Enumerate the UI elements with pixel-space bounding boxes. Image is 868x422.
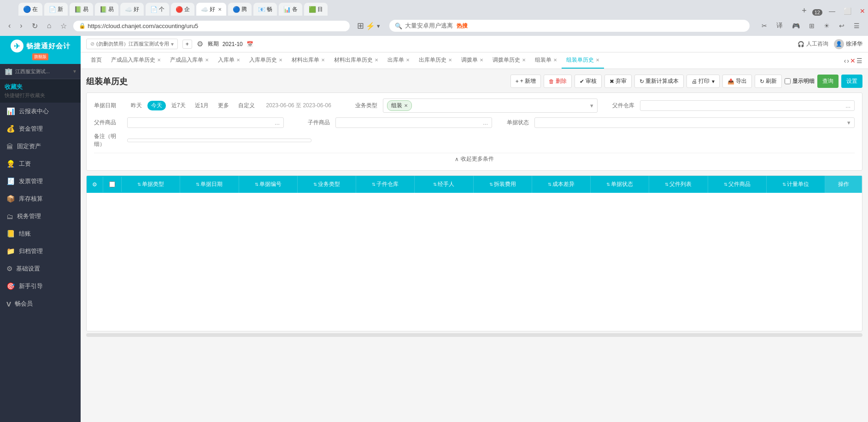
add-button[interactable]: + + 新增 <box>510 75 541 88</box>
tabs-scroll-right[interactable]: › <box>847 57 849 64</box>
browser-tab-8[interactable]: ☁️ 好 ✕ <box>196 3 226 16</box>
tab-close-product-in-history[interactable]: ✕ <box>157 58 161 63</box>
page-tab-product-in-history[interactable]: 产成品入库单历史 ✕ <box>106 52 165 69</box>
page-tab-material-out-history[interactable]: 材料出库单历史 ✕ <box>329 52 383 69</box>
print-button[interactable]: 🖨 打印 ▾ <box>686 75 720 88</box>
sidebar-item-settings[interactable]: ⚙ 基础设置 <box>0 260 81 277</box>
parent-warehouse-dots[interactable]: ... <box>845 102 850 109</box>
browser-tab-10[interactable]: 📧 畅 <box>253 3 277 16</box>
browser-tab-11[interactable]: 📊 各 <box>279 3 302 16</box>
tabs-menu[interactable]: ☰ <box>856 57 862 64</box>
th-doc-status[interactable]: ⇅ 单据状态 <box>591 176 649 193</box>
tab-close-transfer-history[interactable]: ✕ <box>522 58 526 63</box>
child-goods-dots[interactable]: ... <box>483 119 488 126</box>
translate-tool[interactable]: 译 <box>774 21 786 31</box>
table-settings-icon[interactable]: ⚙ <box>87 177 103 192</box>
sidebar-item-member[interactable]: V 畅会员 <box>0 295 81 312</box>
sidebar-item-finance[interactable]: 💰 资金管理 <box>0 120 81 138</box>
lightning-icon[interactable]: ⚡ <box>366 22 375 30</box>
biz-type-input[interactable]: 组装 ✕ ▾ <box>383 98 598 113</box>
browser-tab-3[interactable]: 📗 易 <box>70 3 93 16</box>
service-btn[interactable]: 🎧 人工咨询 <box>798 40 828 48</box>
page-tab-material-out[interactable]: 材料出库单 ✕ <box>287 52 329 69</box>
th-sub-warehouse[interactable]: ⇅ 子件仓库 <box>356 176 415 193</box>
query-button[interactable]: 查询 <box>817 75 839 88</box>
browser-tab-12[interactable]: 🟩 目 <box>304 3 328 16</box>
audit-button[interactable]: ✔ 审核 <box>575 75 602 88</box>
refresh-button[interactable]: ↻ 刷新 <box>755 75 782 88</box>
date-btn-1month[interactable]: 近1月 <box>191 101 213 110</box>
maximize-button[interactable]: ⬜ <box>841 6 854 16</box>
tab-close-assemble[interactable]: ✕ <box>553 58 557 63</box>
tab-close-outbound[interactable]: ✕ <box>406 58 410 63</box>
add-company-btn[interactable]: + <box>182 40 192 49</box>
abandon-button[interactable]: ✖ 弃审 <box>604 75 632 88</box>
th-disassemble-fee[interactable]: ⇅ 拆装费用 <box>474 176 532 193</box>
browser-tab-4[interactable]: 📗 易 <box>95 3 118 16</box>
menu-tool[interactable]: ☰ <box>851 21 862 30</box>
page-tab-inbound[interactable]: 入库单 ✕ <box>213 52 245 69</box>
home-button[interactable]: ⌂ <box>44 20 54 32</box>
game-tool[interactable]: 🎮 <box>789 21 803 30</box>
grid-icon[interactable]: ⊞ <box>357 21 364 31</box>
browser-tab-7[interactable]: 🔴 企 <box>171 3 194 16</box>
date-btn-yesterday[interactable]: 昨天 <box>127 101 146 110</box>
company-selector-topbar[interactable]: ⊘ (勿删勿禁用）江西服宝测试专用 ▾ <box>86 39 178 49</box>
tab-close-inbound-history[interactable]: ✕ <box>279 58 282 63</box>
close-window-button[interactable]: ✕ <box>857 6 868 16</box>
user-info[interactable]: 👤 徐泽华 <box>834 39 862 49</box>
sidebar-item-reports[interactable]: 📊 云报表中心 <box>0 103 81 120</box>
tab-close-icon-8[interactable]: ✕ <box>218 7 222 12</box>
table-checkbox-all[interactable] <box>103 177 122 192</box>
tab-close-assemble-history[interactable]: ✕ <box>596 58 599 63</box>
tabs-scroll-left[interactable]: ‹ <box>844 57 846 64</box>
browser-tab-2[interactable]: 📄 新 <box>44 3 68 16</box>
tab-close-material-out-history[interactable]: ✕ <box>375 58 378 63</box>
sidebar-item-salary[interactable]: 👷 工资 <box>0 155 81 173</box>
sidebar-item-tax[interactable]: 🗂 税务管理 <box>0 208 81 225</box>
export-button[interactable]: 📤 导出 <box>722 75 752 88</box>
page-tab-transfer[interactable]: 调拨单 ✕ <box>457 52 488 69</box>
date-btn-custom[interactable]: 自定义 <box>235 101 258 110</box>
minimize-button[interactable]: — <box>826 6 838 16</box>
reload-button[interactable]: ↻ <box>29 20 41 32</box>
select-all-checkbox[interactable] <box>109 181 115 187</box>
new-tab-button[interactable]: + <box>798 6 810 16</box>
tab-close-inbound[interactable]: ✕ <box>236 58 240 63</box>
page-tab-product-in[interactable]: 产成品入库单 ✕ <box>165 52 213 69</box>
parent-goods-input[interactable]: ... <box>127 117 284 128</box>
apps-tool[interactable]: ⊞ <box>806 21 817 30</box>
notes-input[interactable] <box>127 139 311 142</box>
th-parent-goods[interactable]: ⇅ 父件商品 <box>708 176 767 193</box>
scissor-tool[interactable]: ✂ <box>759 21 770 30</box>
biz-type-remove-icon[interactable]: ✕ <box>404 103 408 108</box>
browser-tab-6[interactable]: 📄 个 <box>146 3 169 16</box>
parent-warehouse-input[interactable]: ... <box>640 100 855 111</box>
period-selector[interactable]: 账期 2021-10 📅 <box>208 40 253 48</box>
child-goods-input[interactable]: ... <box>335 117 492 128</box>
url-bar[interactable]: 🔒 https://cloud.chanjet.com/accounting/u… <box>73 21 350 31</box>
calendar-icon[interactable]: 📅 <box>246 41 253 47</box>
page-tab-home[interactable]: 首页 <box>86 52 106 69</box>
bookmark-button[interactable]: ☆ <box>58 20 70 32</box>
page-tab-transfer-history[interactable]: 调拨单历史 ✕ <box>488 52 530 69</box>
page-tab-assemble-history[interactable]: 组装单历史 ✕ <box>562 52 604 69</box>
page-tab-outbound-history[interactable]: 出库单历史 ✕ <box>414 52 457 69</box>
sidebar-item-settlement[interactable]: 📒 结账 <box>0 225 81 243</box>
page-tab-inbound-history[interactable]: 入库单历史 ✕ <box>245 52 287 69</box>
sidebar-item-guide[interactable]: 🎯 新手引导 <box>0 277 81 295</box>
th-doc-number[interactable]: ⇅ 单据编号 <box>239 176 298 193</box>
sidebar-item-inventory[interactable]: 📦 库存核算 <box>0 190 81 208</box>
tab-close-product-in[interactable]: ✕ <box>205 58 209 63</box>
tab-close-transfer[interactable]: ✕ <box>480 58 483 63</box>
browser-tab-5[interactable]: ☁️ 好 <box>120 3 144 16</box>
brightness-tool[interactable]: ☀ <box>821 21 833 30</box>
settings-btn[interactable]: 设置 <box>841 75 862 88</box>
show-detail-checkbox-label[interactable]: 显示明细 <box>785 77 815 85</box>
page-tab-outbound[interactable]: 出库单 ✕ <box>383 52 414 69</box>
sidebar-item-assets[interactable]: 🏛 固定资产 <box>0 138 81 155</box>
dropdown-icon[interactable]: ▾ <box>377 23 380 29</box>
th-biz-type[interactable]: ⇅ 业务类型 <box>298 176 356 193</box>
delete-button[interactable]: 🗑 删除 <box>544 75 572 88</box>
parent-goods-dots[interactable]: ... <box>275 119 280 126</box>
